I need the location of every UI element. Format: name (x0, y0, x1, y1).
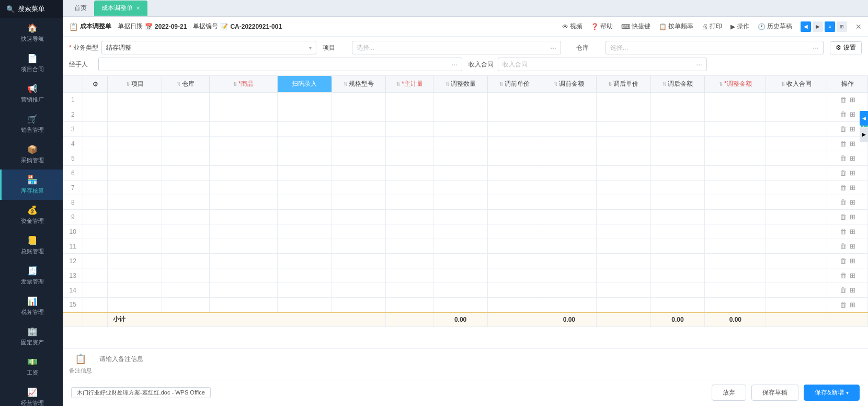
row-spec-cell[interactable] (332, 195, 386, 210)
row-income-contract-cell[interactable] (766, 239, 827, 254)
row-unit-cell[interactable] (386, 122, 433, 137)
row-adjust-amount-cell[interactable] (705, 151, 766, 166)
row-adjust-qty-cell[interactable] (433, 210, 488, 224)
notes-input[interactable] (97, 353, 862, 365)
row-product-cell[interactable] (209, 210, 277, 224)
row-before-amount-cell[interactable] (542, 210, 596, 224)
row-spec-cell[interactable] (332, 166, 386, 181)
help-btn[interactable]: ❓ 帮助 (589, 21, 615, 32)
copy-row-icon[interactable]: ⊞ (850, 286, 855, 294)
th-before-price[interactable]: ⇅调前单价 (488, 76, 542, 93)
row-unit-cell[interactable] (386, 254, 433, 268)
row-after-price-cell[interactable] (596, 181, 650, 195)
row-before-price-cell[interactable] (488, 210, 542, 224)
delete-row-icon[interactable]: 🗑 (840, 154, 847, 162)
row-warehouse-cell[interactable] (162, 298, 210, 312)
delete-row-icon[interactable]: 🗑 (840, 140, 847, 148)
delete-row-icon[interactable]: 🗑 (840, 272, 847, 279)
copy-row-icon[interactable]: ⊞ (850, 169, 855, 177)
th-adjust-amount[interactable]: ⇅*调整金额 (705, 76, 766, 93)
delete-row-icon[interactable]: 🗑 (840, 125, 847, 133)
row-before-amount-cell[interactable] (542, 268, 596, 283)
row-product-cell[interactable] (209, 166, 277, 181)
sidebar-item-finance[interactable]: 💰 资金管理 (0, 200, 63, 230)
row-unit-cell[interactable] (386, 210, 433, 224)
view-btn[interactable]: 👁 视频 (560, 21, 585, 32)
delete-row-icon[interactable]: 🗑 (840, 228, 847, 235)
row-unit-cell[interactable] (386, 239, 433, 254)
row-adjust-qty-cell[interactable] (433, 239, 488, 254)
row-adjust-qty-cell[interactable] (433, 166, 488, 181)
row-after-price-cell[interactable] (596, 210, 650, 224)
row-unit-cell[interactable] (386, 195, 433, 210)
row-product-cell[interactable] (209, 254, 277, 268)
row-adjust-amount-cell[interactable] (705, 210, 766, 224)
row-after-amount-cell[interactable] (650, 298, 705, 312)
row-project-cell[interactable] (108, 239, 162, 254)
row-after-amount-cell[interactable] (650, 151, 705, 166)
copy-row-icon[interactable]: ⊞ (850, 184, 855, 191)
copy-row-icon[interactable]: ⊞ (850, 140, 855, 148)
row-adjust-qty-cell[interactable] (433, 283, 488, 298)
sidebar-item-fixed-assets[interactable]: 🏢 固定资产 (0, 321, 63, 352)
row-product-cell[interactable] (209, 151, 277, 166)
sidebar-item-project-contract[interactable]: 📄 项目合同 (0, 48, 63, 78)
row-before-amount-cell[interactable] (542, 224, 596, 239)
project-input[interactable]: 选择... ··· (352, 41, 561, 54)
row-adjust-qty-cell[interactable] (433, 107, 488, 122)
row-unit-cell[interactable] (386, 181, 433, 195)
row-adjust-qty-cell[interactable] (433, 137, 488, 151)
row-before-price-cell[interactable] (488, 268, 542, 283)
row-project-cell[interactable] (108, 181, 162, 195)
row-after-price-cell[interactable] (596, 166, 650, 181)
save-new-dropdown-icon[interactable]: ▾ (846, 390, 849, 396)
delete-row-icon[interactable]: 🗑 (840, 198, 847, 206)
row-project-cell[interactable] (108, 137, 162, 151)
row-product-cell[interactable] (209, 122, 277, 137)
row-adjust-qty-cell[interactable] (433, 298, 488, 312)
shortcut-btn[interactable]: ⌨ 快捷键 (619, 21, 653, 32)
row-before-amount-cell[interactable] (542, 298, 596, 312)
sidebar-item-purchase-mgmt[interactable]: 📦 采购管理 (0, 139, 63, 170)
th-spec[interactable]: ⇅规格型号 (332, 76, 386, 93)
th-settings[interactable]: ⚙ (83, 76, 108, 93)
row-after-amount-cell[interactable] (650, 224, 705, 239)
row-unit-cell[interactable] (386, 137, 433, 151)
nav-prev-btn[interactable]: ◀ (801, 21, 811, 32)
copy-row-icon[interactable]: ⊞ (850, 154, 855, 162)
row-spec-cell[interactable] (332, 224, 386, 239)
row-adjust-amount-cell[interactable] (705, 93, 766, 107)
row-income-contract-cell[interactable] (766, 137, 827, 151)
tab-home[interactable]: 首页 (67, 1, 94, 16)
save-draft-button[interactable]: 保存草稿 (751, 385, 798, 401)
delete-row-icon[interactable]: 🗑 (840, 96, 847, 104)
row-before-price-cell[interactable] (488, 283, 542, 298)
settings-button[interactable]: ⚙ 设置 (830, 41, 862, 54)
delete-row-icon[interactable]: 🗑 (840, 242, 847, 250)
table-wrapper[interactable]: ⚙ ⇅项目 ⇅仓库 ⇅*商品 扫码录入 (63, 76, 868, 348)
row-warehouse-cell[interactable] (162, 151, 210, 166)
row-warehouse-cell[interactable] (162, 224, 210, 239)
row-after-price-cell[interactable] (596, 122, 650, 137)
copy-row-icon[interactable]: ⊞ (850, 272, 855, 279)
handler-input[interactable]: ··· (98, 58, 462, 71)
row-unit-cell[interactable] (386, 107, 433, 122)
row-product-cell[interactable] (209, 93, 277, 107)
row-after-price-cell[interactable] (596, 283, 650, 298)
row-unit-cell[interactable] (386, 166, 433, 181)
row-adjust-qty-cell[interactable] (433, 268, 488, 283)
row-adjust-amount-cell[interactable] (705, 166, 766, 181)
row-adjust-amount-cell[interactable] (705, 107, 766, 122)
row-unit-cell[interactable] (386, 93, 433, 107)
row-adjust-qty-cell[interactable] (433, 224, 488, 239)
row-before-amount-cell[interactable] (542, 107, 596, 122)
row-before-amount-cell[interactable] (542, 195, 596, 210)
row-income-contract-cell[interactable] (766, 298, 827, 312)
row-adjust-qty-cell[interactable] (433, 93, 488, 107)
row-adjust-amount-cell[interactable] (705, 268, 766, 283)
row-project-cell[interactable] (108, 283, 162, 298)
row-warehouse-cell[interactable] (162, 239, 210, 254)
row-unit-cell[interactable] (386, 283, 433, 298)
row-before-amount-cell[interactable] (542, 239, 596, 254)
row-adjust-qty-cell[interactable] (433, 181, 488, 195)
